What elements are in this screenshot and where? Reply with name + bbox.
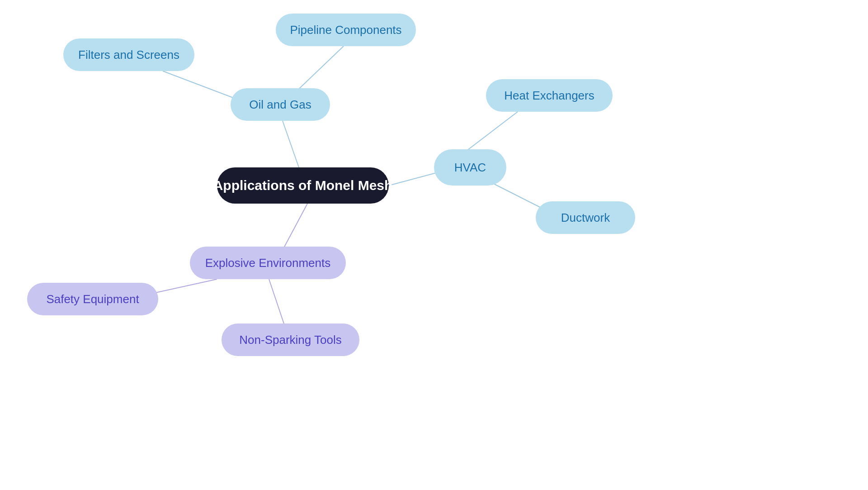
non-sparking-tools-node: Non-Sparking Tools [222, 323, 359, 356]
safety-equipment-node: Safety Equipment [27, 283, 158, 315]
pipeline-components-node: Pipeline Components [276, 14, 416, 46]
center-node: Applications of Monel Mesh [217, 167, 389, 204]
ductwork-node: Ductwork [536, 201, 635, 234]
filters-and-screens-node: Filters and Screens [63, 38, 194, 71]
oil-and-gas-node: Oil and Gas [231, 88, 330, 121]
hvac-node: HVAC [434, 149, 506, 186]
heat-exchangers-node: Heat Exchangers [486, 79, 613, 112]
explosive-environments-node: Explosive Environments [190, 247, 346, 279]
